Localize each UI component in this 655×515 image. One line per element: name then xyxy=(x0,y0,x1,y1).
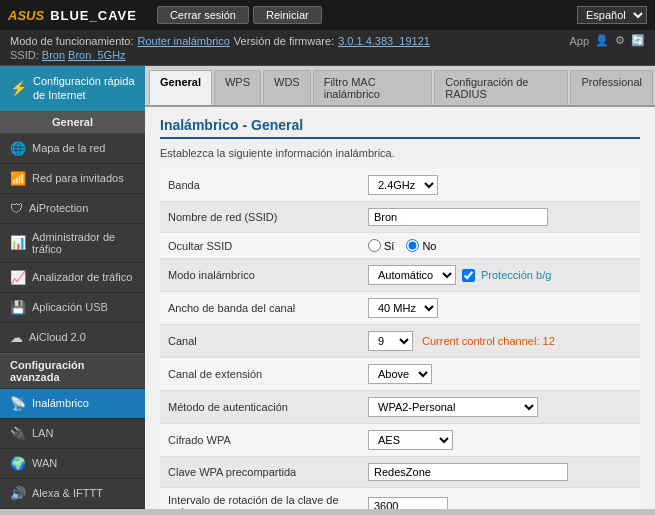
info-bar-bottom: SSID: Bron Bron_5GHz xyxy=(10,49,645,61)
mode-label: Modo de funcionamiento: xyxy=(10,35,134,47)
app-label: App xyxy=(569,35,589,47)
mode-value[interactable]: Router inalámbrico xyxy=(138,35,230,47)
ssid-1[interactable]: Bron xyxy=(42,49,65,61)
ssid-input[interactable] xyxy=(368,208,548,226)
sidebar-label-guest-network: Red para invitados xyxy=(32,172,124,184)
firmware-label: Versión de firmware: xyxy=(234,35,334,47)
sidebar-item-aiprotection[interactable]: 🛡 AiProtection xyxy=(0,194,145,224)
field-value-auth: Open System WPA-Personal WPA2-Personal W… xyxy=(360,391,640,424)
form-area: Inalámbrico - General Establezca la sigu… xyxy=(145,107,655,509)
language-dropdown[interactable]: Español English xyxy=(577,6,647,24)
alexa-icon: 🔊 xyxy=(10,486,26,501)
guest-network-icon: 📶 xyxy=(10,171,26,186)
tab-professional[interactable]: Professional xyxy=(570,70,653,105)
sidebar-label-wan: WAN xyxy=(32,457,57,469)
lang-select[interactable]: Español English xyxy=(577,6,647,24)
field-value-channel: 1234 5678 91011 Current control channel:… xyxy=(360,325,640,358)
field-value-wireless-mode: Automático Protección b/g xyxy=(360,259,640,292)
key-rotation-input[interactable] xyxy=(368,497,448,509)
field-value-bandwidth: 20 MHz 40 MHz xyxy=(360,292,640,325)
sidebar-advanced-section: Configuración avanzada xyxy=(0,353,145,389)
usb-app-icon: 💾 xyxy=(10,300,26,315)
sidebar-label-wireless: Inalámbrico xyxy=(32,397,89,409)
field-label-wpa-key: Clave WPA precompartida xyxy=(160,457,360,488)
hide-ssid-si-label[interactable]: Sí xyxy=(368,239,394,252)
ssid-2[interactable]: Bron_5GHz xyxy=(68,49,125,61)
field-value-wpa-encryption: TKIP AES TKIP+AES xyxy=(360,424,640,457)
sidebar-item-lan[interactable]: 🔌 LAN xyxy=(0,419,145,449)
sidebar-label-aicloud: AiCloud 2.0 xyxy=(29,331,86,343)
hide-ssid-no-label[interactable]: No xyxy=(406,239,436,252)
sidebar-label-traffic-analyzer: Analizador de tráfico xyxy=(32,271,132,283)
banda-select[interactable]: 2.4GHz 5GHz xyxy=(368,175,438,195)
sidebar-item-wireless[interactable]: 📡 Inalámbrico xyxy=(0,389,145,419)
bandwidth-select[interactable]: 20 MHz 40 MHz xyxy=(368,298,438,318)
field-label-wpa-encryption: Cifrado WPA xyxy=(160,424,360,457)
field-label-wireless-mode: Modo inalámbrico xyxy=(160,259,360,292)
field-value-banda: 2.4GHz 5GHz xyxy=(360,169,640,202)
sidebar-item-guest-network[interactable]: 📶 Red para invitados xyxy=(0,164,145,194)
sidebar-item-aicloud[interactable]: ☁ AiCloud 2.0 xyxy=(0,323,145,353)
settings-icon[interactable]: ⚙ xyxy=(615,34,625,47)
field-value-ssid xyxy=(360,202,640,233)
protection-bg-checkbox[interactable] xyxy=(462,269,475,282)
tab-radius[interactable]: Configuración de RADIUS xyxy=(434,70,568,105)
info-bar-icons: App 👤 ⚙ 🔄 xyxy=(569,34,645,47)
refresh-icon[interactable]: 🔄 xyxy=(631,34,645,47)
table-row: Cifrado WPA TKIP AES TKIP+AES xyxy=(160,424,640,457)
network-map-icon: 🌐 xyxy=(10,141,26,156)
asus-logo: ASUS xyxy=(8,8,44,23)
wireless-mode-select[interactable]: Automático xyxy=(368,265,456,285)
top-bar: ASUS BLUE_CAVE Cerrar sesión Reiniciar E… xyxy=(0,0,655,30)
hide-ssid-no-radio[interactable] xyxy=(406,239,419,252)
tab-wps[interactable]: WPS xyxy=(214,70,261,105)
field-value-wpa-key xyxy=(360,457,640,488)
sidebar-quick-label: Configuración rápida de Internet xyxy=(33,74,135,103)
reboot-button[interactable]: Reiniciar xyxy=(253,6,322,24)
sidebar-quick-internet[interactable]: ⚡ Configuración rápida de Internet xyxy=(0,66,145,111)
sidebar-label-alexa: Alexa & IFTTT xyxy=(32,487,103,499)
aicloud-icon: ☁ xyxy=(10,330,23,345)
wireless-mode-row: Automático Protección b/g xyxy=(368,265,632,285)
table-row: Intervalo de rotación de la clave de red xyxy=(160,488,640,510)
traffic-analyzer-icon: 📈 xyxy=(10,270,26,285)
field-label-ssid: Nombre de red (SSID) xyxy=(160,202,360,233)
top-buttons: Cerrar sesión Reiniciar xyxy=(157,6,322,24)
tab-mac-filter[interactable]: Filtro MAC inalámbrico xyxy=(313,70,433,105)
quick-icon: ⚡ xyxy=(10,79,27,97)
tabs: General WPS WDS Filtro MAC inalámbrico C… xyxy=(145,66,655,107)
person-icon[interactable]: 👤 xyxy=(595,34,609,47)
ext-channel-select[interactable]: Above Below xyxy=(368,364,432,384)
tab-wds[interactable]: WDS xyxy=(263,70,311,105)
hide-ssid-si-radio[interactable] xyxy=(368,239,381,252)
sidebar-item-wan[interactable]: 🌍 WAN xyxy=(0,449,145,479)
wan-icon: 🌍 xyxy=(10,456,26,471)
logout-button[interactable]: Cerrar sesión xyxy=(157,6,249,24)
traffic-manager-icon: 📊 xyxy=(10,235,26,250)
auth-method-select[interactable]: Open System WPA-Personal WPA2-Personal W… xyxy=(368,397,538,417)
form-table: Banda 2.4GHz 5GHz Nombre de red (SSID) xyxy=(160,169,640,509)
sidebar-item-traffic-analyzer[interactable]: 📈 Analizador de tráfico xyxy=(0,263,145,293)
aiprotection-icon: 🛡 xyxy=(10,201,23,216)
sidebar-item-alexa[interactable]: 🔊 Alexa & IFTTT xyxy=(0,479,145,509)
sidebar: ⚡ Configuración rápida de Internet Gener… xyxy=(0,66,145,509)
channel-select[interactable]: 1234 5678 91011 xyxy=(368,331,413,351)
sidebar-item-traffic-manager[interactable]: 📊 Administrador de tráfico xyxy=(0,224,145,263)
table-row: Clave WPA precompartida xyxy=(160,457,640,488)
sidebar-label-usb-app: Aplicación USB xyxy=(32,301,108,313)
field-label-banda: Banda xyxy=(160,169,360,202)
wpa-encryption-select[interactable]: TKIP AES TKIP+AES xyxy=(368,430,453,450)
sidebar-general-section: General xyxy=(0,111,145,134)
field-label-auth: Método de autenticación xyxy=(160,391,360,424)
form-title: Inalámbrico - General xyxy=(160,117,640,139)
firmware-value[interactable]: 3.0.1.4.383_19121 xyxy=(338,35,430,47)
sidebar-label-traffic-manager: Administrador de tráfico xyxy=(32,231,135,255)
sidebar-item-usb-app[interactable]: 💾 Aplicación USB xyxy=(0,293,145,323)
sidebar-item-network-map[interactable]: 🌐 Mapa de la red xyxy=(0,134,145,164)
protection-bg-label: Protección b/g xyxy=(481,269,551,281)
wpa-key-input[interactable] xyxy=(368,463,568,481)
router-name: BLUE_CAVE xyxy=(50,8,137,23)
tab-general[interactable]: General xyxy=(149,70,212,105)
channel-info: Current control channel: 12 xyxy=(422,335,555,347)
field-label-key-rotation: Intervalo de rotación de la clave de red xyxy=(160,488,360,510)
